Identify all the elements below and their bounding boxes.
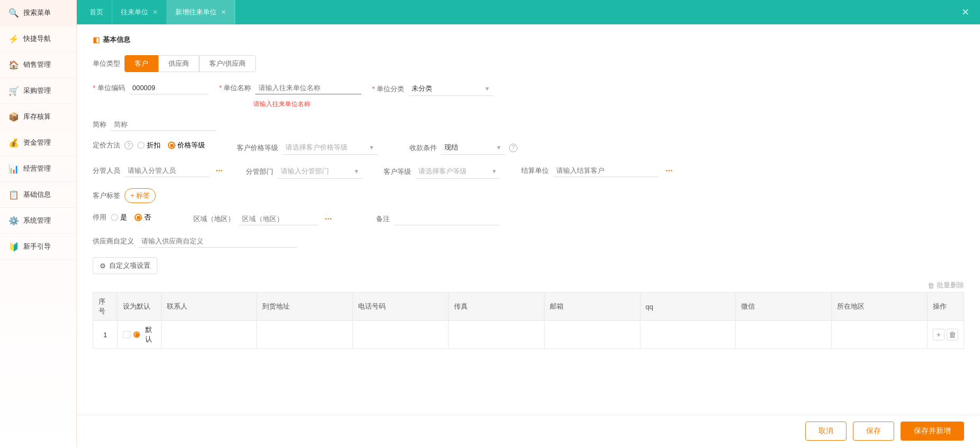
- td-email: [544, 321, 640, 349]
- type-btn-both[interactable]: 客户/供应商: [199, 55, 256, 72]
- unit-category-select[interactable]: 未分类 ▼: [408, 82, 493, 96]
- sidebar-item-operation[interactable]: 📊 经营管理: [0, 156, 76, 182]
- search-icon: 🔍: [8, 7, 19, 18]
- unit-name-input[interactable]: [255, 82, 361, 94]
- default-radio[interactable]: [133, 331, 140, 338]
- window-close-button[interactable]: ✕: [955, 6, 976, 18]
- add-row-btn[interactable]: +: [933, 329, 945, 340]
- tab-add-unit-close[interactable]: ✕: [221, 8, 226, 16]
- tab-home[interactable]: 首页: [81, 0, 112, 24]
- batch-delete-icon: 🗑: [928, 282, 934, 290]
- department-placeholder: 请输入分管部门: [281, 166, 329, 176]
- customer-price-level-select[interactable]: 请选择客户价格等级 ▼: [282, 141, 378, 155]
- manager-input[interactable]: [124, 164, 209, 177]
- disabled-radio-group: 是 否: [111, 213, 151, 222]
- tab-transaction-units[interactable]: 往来单位 ✕: [112, 0, 167, 24]
- save-button[interactable]: 保存: [853, 422, 894, 441]
- abbr-group: 简称: [93, 118, 217, 131]
- fax-input[interactable]: [454, 331, 539, 339]
- custom-settings-button[interactable]: ⚙ 自定义项设置: [93, 257, 157, 274]
- th-wechat: 微信: [736, 293, 832, 321]
- customer-level-select[interactable]: 请选择客户等级 ▼: [415, 164, 500, 179]
- sidebar-item-system[interactable]: ⚙️ 系统管理: [0, 208, 76, 234]
- department-select[interactable]: 请输入分管部门 ▼: [278, 164, 362, 179]
- pricing-help-icon[interactable]: ?: [124, 141, 133, 150]
- type-btn-customer[interactable]: 客户: [124, 55, 158, 72]
- th-qq: qq: [640, 293, 736, 321]
- customer-level-label: 客户等级: [384, 167, 411, 177]
- email-input[interactable]: [550, 331, 635, 339]
- region-input[interactable]: [239, 213, 318, 225]
- sidebar-item-finance[interactable]: 💰 资金管理: [0, 130, 76, 156]
- add-tag-button[interactable]: + 标签: [124, 188, 156, 203]
- td-seq: 1: [93, 321, 118, 349]
- td-region: [832, 321, 928, 349]
- sidebar-item-purchase[interactable]: 🛒 采购管理: [0, 78, 76, 104]
- pricing-radio-discount-label: 折扣: [147, 141, 161, 150]
- th-region: 所在地区: [832, 293, 928, 321]
- gear-icon: ⚙: [100, 262, 106, 270]
- purchase-icon: 🛒: [8, 85, 19, 96]
- td-phone: [353, 321, 449, 349]
- unit-name-label: 单位名称: [219, 83, 252, 93]
- sidebar-item-search[interactable]: 🔍 搜索菜单: [0, 0, 76, 26]
- default-checkbox[interactable]: [123, 331, 130, 338]
- delete-row-btn[interactable]: 🗑: [947, 329, 958, 340]
- supplier-custom-input[interactable]: [138, 235, 297, 248]
- batch-delete-btn[interactable]: 🗑 批量删除: [93, 281, 964, 290]
- settlement-unit-label: 结算单位: [521, 166, 549, 176]
- sidebar-item-label-system: 系统管理: [23, 216, 51, 225]
- manager-more-btn[interactable]: ···: [213, 166, 225, 176]
- supplier-custom-group: 供应商自定义: [93, 235, 297, 248]
- default-label: 默认: [142, 325, 156, 344]
- disabled-radio-no[interactable]: 否: [135, 213, 151, 222]
- disabled-region-row: 停用 是 否 区域（地区） ··· 备注: [93, 213, 964, 225]
- cancel-button[interactable]: 取消: [805, 422, 847, 441]
- sidebar-item-basic-info[interactable]: 📋 基础信息: [0, 182, 76, 208]
- unit-category-group: 单位分类 未分类 ▼: [372, 82, 493, 96]
- qq-input[interactable]: [646, 331, 730, 339]
- settlement-unit-more-btn[interactable]: ···: [663, 166, 674, 176]
- unit-category-label: 单位分类: [372, 84, 404, 94]
- abbr-input[interactable]: [111, 118, 217, 131]
- sidebar-item-label-finance: 资金管理: [23, 138, 51, 147]
- address-input[interactable]: [262, 331, 347, 339]
- tab-add-unit[interactable]: 新增往来单位 ✕: [167, 0, 235, 24]
- sidebar-item-quick-nav[interactable]: ⚡ 快捷导航: [0, 26, 76, 52]
- finance-icon: 💰: [8, 137, 19, 148]
- unit-category-chevron: ▼: [484, 85, 490, 92]
- table-region-input[interactable]: [837, 331, 922, 339]
- unit-type-label: 单位类型: [93, 59, 120, 68]
- th-fax: 传真: [448, 293, 544, 321]
- sidebar-item-inventory[interactable]: 📦 库存核算: [0, 104, 76, 130]
- phone-input[interactable]: [358, 331, 443, 339]
- pricing-radio-price-level[interactable]: 价格等级: [168, 141, 205, 150]
- unit-category-value: 未分类: [412, 84, 432, 93]
- wechat-input[interactable]: [741, 331, 826, 339]
- pricing-radio-price-level-label: 价格等级: [177, 141, 205, 150]
- customer-tag-row: 客户标签 + 标签: [93, 188, 964, 203]
- save-and-new-button[interactable]: 保存并新增: [901, 422, 964, 441]
- td-contact: [161, 321, 257, 349]
- sidebar-item-label-search: 搜索菜单: [23, 8, 51, 17]
- settlement-unit-input[interactable]: [553, 164, 659, 177]
- unit-code-input[interactable]: [129, 82, 209, 94]
- pricing-radio-discount[interactable]: 折扣: [137, 141, 161, 150]
- payment-terms-help-icon[interactable]: ?: [509, 144, 518, 152]
- sidebar-item-sales[interactable]: 🏠 销售管理: [0, 52, 76, 78]
- contact-input[interactable]: [167, 331, 252, 339]
- manager-group: 分管人员 ···: [93, 164, 225, 177]
- disabled-radio-yes-circle: [111, 214, 118, 221]
- region-more-btn[interactable]: ···: [323, 214, 334, 224]
- contact-table: 序号 设为默认 联系人 到货地址 电话号码 传真 邮箱 qq 微信 所在地区 操…: [93, 292, 964, 349]
- payment-terms-select[interactable]: 现结 ▼: [441, 141, 505, 155]
- td-action: + 🗑: [927, 321, 964, 349]
- operation-icon: 📊: [8, 163, 19, 174]
- sidebar-item-guide[interactable]: 🔰 新手引导: [0, 234, 76, 260]
- tab-transaction-units-close[interactable]: ✕: [153, 8, 158, 16]
- th-seq: 序号: [93, 293, 118, 321]
- disabled-radio-yes[interactable]: 是: [111, 213, 127, 222]
- tab-transaction-units-label: 往来单位: [121, 7, 148, 17]
- type-btn-supplier[interactable]: 供应商: [158, 55, 199, 72]
- remark-input[interactable]: [394, 213, 500, 225]
